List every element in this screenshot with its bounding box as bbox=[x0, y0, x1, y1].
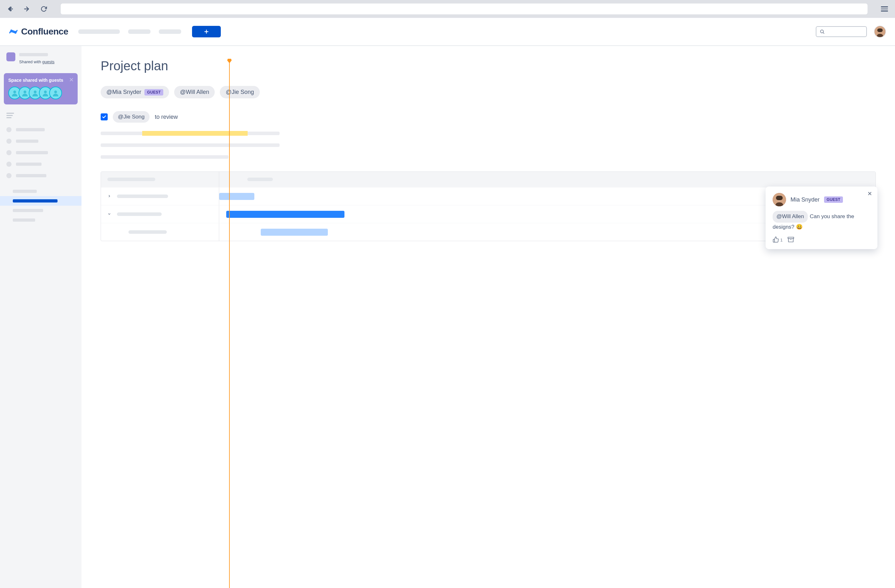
guest-avatar-stack[interactable] bbox=[8, 86, 73, 99]
archive-icon bbox=[788, 236, 794, 243]
app-header: Confluence bbox=[0, 18, 895, 46]
chevron-down-icon[interactable] bbox=[107, 211, 112, 217]
sidebar-item[interactable] bbox=[6, 170, 75, 182]
timeline-row[interactable] bbox=[101, 205, 875, 223]
gantt-bar[interactable] bbox=[226, 211, 344, 218]
forward-button[interactable] bbox=[22, 4, 31, 14]
sidebar-item[interactable] bbox=[6, 158, 75, 170]
svg-point-16 bbox=[54, 90, 57, 93]
reload-button[interactable] bbox=[39, 4, 49, 14]
comment-card: Mia Snyder GUEST @Will AllenCan you shar… bbox=[766, 186, 877, 249]
page-tree-item[interactable] bbox=[6, 186, 75, 196]
comment-author-name: Mia Snyder bbox=[790, 196, 819, 203]
mention-chip[interactable]: @Will Allen bbox=[773, 211, 808, 223]
paragraph-placeholder bbox=[101, 132, 876, 159]
sidebar: Shared with guests Space shared with gue… bbox=[0, 46, 82, 588]
confluence-logo[interactable]: Confluence bbox=[9, 27, 68, 37]
page-content: Project plan @Mia Snyder GUEST @Will All… bbox=[82, 46, 895, 588]
guest-banner: Space shared with guests ✕ bbox=[4, 73, 77, 105]
comment-author-avatar[interactable] bbox=[773, 193, 786, 206]
sidebar-item[interactable] bbox=[6, 124, 75, 135]
mention-chip[interactable]: @Will Allen bbox=[174, 86, 215, 99]
guest-banner-title: Space shared with guests bbox=[8, 77, 73, 83]
sidebar-nav bbox=[0, 109, 82, 185]
thumbs-up-icon bbox=[773, 236, 779, 243]
page-tree-item[interactable] bbox=[6, 206, 75, 215]
create-button[interactable] bbox=[192, 26, 221, 37]
profile-avatar[interactable] bbox=[874, 26, 886, 38]
app-name: Confluence bbox=[21, 27, 68, 37]
search-icon bbox=[819, 29, 825, 34]
mention-row: @Mia Snyder GUEST @Will Allen @Jie Song bbox=[101, 86, 876, 99]
sidebar-item[interactable] bbox=[6, 147, 75, 158]
gantt-bar[interactable] bbox=[261, 229, 328, 236]
svg-rect-25 bbox=[788, 237, 794, 238]
mention-chip[interactable]: @Mia Snyder GUEST bbox=[101, 86, 169, 99]
space-icon bbox=[6, 52, 15, 61]
page-tree bbox=[0, 185, 82, 226]
today-line bbox=[229, 171, 230, 241]
svg-point-15 bbox=[44, 90, 47, 93]
guests-link[interactable]: guests bbox=[42, 59, 54, 64]
confluence-logo-icon bbox=[9, 27, 18, 36]
task-item: @Jie Song to review bbox=[101, 111, 876, 123]
svg-point-13 bbox=[24, 90, 27, 93]
timeline-row[interactable] bbox=[101, 187, 875, 205]
timeline-row[interactable] bbox=[101, 223, 875, 241]
check-icon bbox=[102, 115, 106, 119]
guest-badge: GUEST bbox=[824, 196, 843, 203]
page-title: Project plan bbox=[101, 59, 876, 73]
space-name-placeholder bbox=[19, 53, 48, 56]
search-input[interactable] bbox=[816, 26, 867, 37]
nav-placeholder bbox=[78, 29, 181, 34]
shared-with-label: Shared with guests bbox=[19, 59, 55, 64]
page-tree-item[interactable] bbox=[6, 215, 75, 225]
space-header[interactable]: Shared with guests bbox=[0, 52, 82, 70]
gantt-bar[interactable] bbox=[219, 193, 254, 200]
comment-body: @Will AllenCan you share the designs? 😀 bbox=[773, 211, 871, 232]
overview-icon[interactable] bbox=[6, 113, 75, 118]
mention-chip[interactable]: @Jie Song bbox=[113, 111, 150, 123]
page-tree-item-active[interactable] bbox=[0, 196, 82, 206]
archive-button[interactable] bbox=[788, 236, 794, 244]
browser-menu-icon[interactable] bbox=[880, 4, 889, 14]
timeline-table bbox=[101, 171, 876, 241]
like-count: 1 bbox=[780, 238, 783, 242]
sidebar-item[interactable] bbox=[6, 135, 75, 147]
svg-point-12 bbox=[14, 90, 16, 93]
guest-badge: GUEST bbox=[144, 89, 163, 95]
chevron-right-icon[interactable] bbox=[107, 194, 112, 199]
svg-point-14 bbox=[34, 90, 37, 93]
back-button[interactable] bbox=[6, 4, 15, 14]
svg-line-6 bbox=[823, 33, 824, 33]
close-icon[interactable] bbox=[867, 191, 872, 197]
plus-icon bbox=[203, 29, 209, 35]
task-text: to review bbox=[155, 114, 177, 120]
close-icon[interactable]: ✕ bbox=[69, 76, 74, 83]
text-highlight bbox=[142, 131, 248, 136]
like-button[interactable] bbox=[773, 236, 779, 244]
mention-chip[interactable]: @Jie Song bbox=[220, 86, 259, 99]
url-bar[interactable] bbox=[61, 3, 868, 14]
browser-chrome bbox=[0, 0, 895, 18]
task-checkbox[interactable] bbox=[101, 114, 108, 120]
